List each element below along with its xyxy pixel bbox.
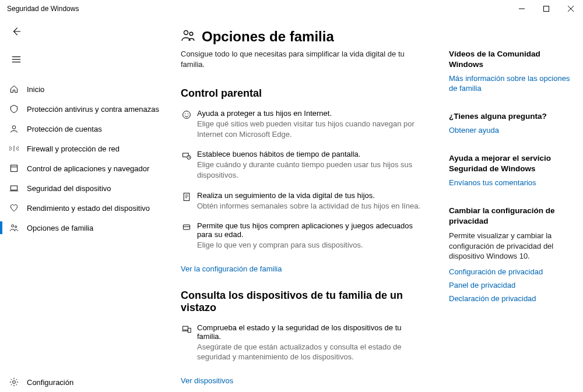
shield-icon [8, 104, 20, 114]
svg-rect-30 [188, 328, 191, 332]
svg-point-13 [15, 226, 17, 228]
sidebar-item-health[interactable]: Rendimiento y estado del dispositivo [0, 198, 163, 218]
sidebar-item-virus[interactable]: Protección antivirus y contra amenazas [0, 99, 163, 119]
wallet-icon [181, 221, 192, 250]
svg-rect-28 [183, 326, 188, 330]
aside-privacy-link-2[interactable]: Declaración de privacidad [449, 294, 571, 304]
sidebar-item-appcontrol[interactable]: Control de aplicaciones y navegador [0, 158, 163, 178]
sidebar-item-settings[interactable]: Configuración [0, 372, 163, 392]
aside-help-link[interactable]: Obtener ayuda [449, 126, 571, 136]
page-subtitle: Consigue todo lo que necesitas para simp… [181, 49, 426, 70]
sidebar-item-firewall[interactable]: Firewall y protección de red [0, 139, 163, 158]
svg-rect-26 [183, 225, 189, 229]
person-icon [8, 124, 20, 133]
svg-rect-10 [10, 186, 17, 190]
devices-icon [181, 323, 192, 362]
aside-privacy-link-1[interactable]: Panel de privacidad [449, 281, 571, 291]
svg-point-19 [188, 114, 188, 114]
section-parental-heading: Control parental [181, 87, 426, 100]
close-button[interactable] [559, 0, 583, 17]
svg-rect-22 [184, 193, 189, 200]
family-icon [181, 28, 202, 45]
aside-privacy-text: Permite visualizar y cambiar la configur… [449, 231, 571, 262]
app-icon [8, 164, 20, 173]
back-button[interactable] [8, 23, 24, 40]
sidebar-item-label: Inicio [27, 85, 44, 94]
aside-help-heading: ¿Tienes alguna pregunta? [449, 111, 571, 122]
aside-feedback-link[interactable]: Envíanos tus comentarios [449, 178, 571, 188]
titlebar-controls [510, 0, 583, 17]
aside-privacy-link-0[interactable]: Configuración de privacidad [449, 267, 571, 277]
sidebar-item-device-security[interactable]: Seguridad del dispositivo [0, 178, 163, 198]
smile-icon [181, 109, 192, 139]
heart-icon [8, 203, 20, 213]
svg-rect-8 [10, 165, 17, 171]
svg-point-16 [189, 32, 193, 36]
family-settings-link[interactable]: Ver la configuración de familia [181, 264, 282, 273]
view-devices-link[interactable]: Ver dispositivos [181, 376, 233, 385]
svg-rect-1 [544, 6, 549, 12]
hamburger-button[interactable] [8, 51, 24, 68]
clock-device-icon [181, 150, 192, 180]
feature-row: Permite que tus hijos compren aplicacion… [181, 221, 426, 250]
family-icon [8, 223, 20, 232]
sidebar-item-account[interactable]: Protección de cuentas [0, 119, 163, 139]
feature-title: Ayuda a proteger a tus hijos en Internet… [197, 109, 426, 118]
device-icon [8, 183, 20, 193]
content-area: Opciones de familia Consigue todo lo que… [163, 17, 583, 392]
feature-title: Permite que tus hijos compren aplicacion… [197, 221, 426, 239]
feature-desc: Obtén informes semanales sobre la activi… [197, 201, 426, 211]
feature-desc: Elige cuándo y durante cuánto tiempo pue… [197, 160, 426, 180]
feature-row: Establece buenos hábitos de tiempo de pa… [181, 150, 426, 180]
gear-icon [8, 377, 20, 387]
feature-row: Ayuda a proteger a tus hijos en Internet… [181, 109, 426, 139]
feature-row: Comprueba el estado y la seguridad de lo… [181, 323, 426, 362]
aside-videos-link[interactable]: Más información sobre las opciones de fa… [449, 74, 571, 94]
feature-title: Comprueba el estado y la seguridad de lo… [197, 323, 426, 341]
aside-privacy-heading: Cambiar la configuración de privacidad [449, 206, 571, 226]
svg-point-18 [185, 114, 185, 114]
sidebar-item-label: Protección de cuentas [27, 125, 102, 133]
section-devices-heading: Consulta los dispositivos de tu familia … [181, 289, 426, 314]
maximize-button[interactable] [534, 0, 559, 17]
feature-title: Realiza un seguimiento de la vida digita… [197, 191, 426, 200]
svg-point-7 [12, 126, 16, 129]
feature-title: Establece buenos hábitos de tiempo de pa… [197, 150, 426, 158]
svg-point-17 [183, 111, 191, 119]
report-icon [181, 191, 192, 211]
aside-feedback-heading: Ayuda a mejorar el servicio Seguridad de… [449, 153, 571, 174]
sidebar-item-home[interactable]: Inicio [0, 79, 163, 99]
sidebar-item-label: Configuración [27, 378, 73, 387]
sidebar-item-label: Protección antivirus y contra amenazas [27, 105, 159, 114]
sidebar-item-label: Seguridad del dispositivo [27, 184, 111, 193]
feature-desc: Elige lo que ven y compran para sus disp… [197, 240, 426, 250]
svg-point-12 [12, 225, 14, 227]
titlebar: Seguridad de Windows [0, 0, 583, 17]
network-icon [8, 144, 20, 153]
svg-point-15 [184, 31, 188, 35]
sidebar: Inicio Protección antivirus y contra ame… [0, 17, 163, 392]
feature-row: Realiza un seguimiento de la vida digita… [181, 191, 426, 211]
sidebar-item-label: Rendimiento y estado del dispositivo [27, 204, 150, 213]
window-title: Seguridad de Windows [7, 5, 79, 13]
sidebar-item-label: Firewall y protección de red [27, 144, 120, 153]
home-icon [8, 84, 20, 94]
sidebar-item-label: Opciones de familia [27, 224, 93, 232]
sidebar-item-label: Control de aplicaciones y navegador [27, 164, 149, 173]
svg-point-14 [13, 381, 16, 384]
sidebar-item-family[interactable]: Opciones de familia [0, 218, 163, 238]
feature-desc: Asegúrate de que están actualizados y co… [197, 342, 426, 362]
feature-desc: Elige qué sitios web pueden visitar tus … [197, 119, 426, 139]
minimize-button[interactable] [510, 0, 534, 17]
page-title: Opciones de familia [202, 29, 334, 45]
aside-videos-heading: Vídeos de la Comunidad Windows [449, 49, 571, 69]
